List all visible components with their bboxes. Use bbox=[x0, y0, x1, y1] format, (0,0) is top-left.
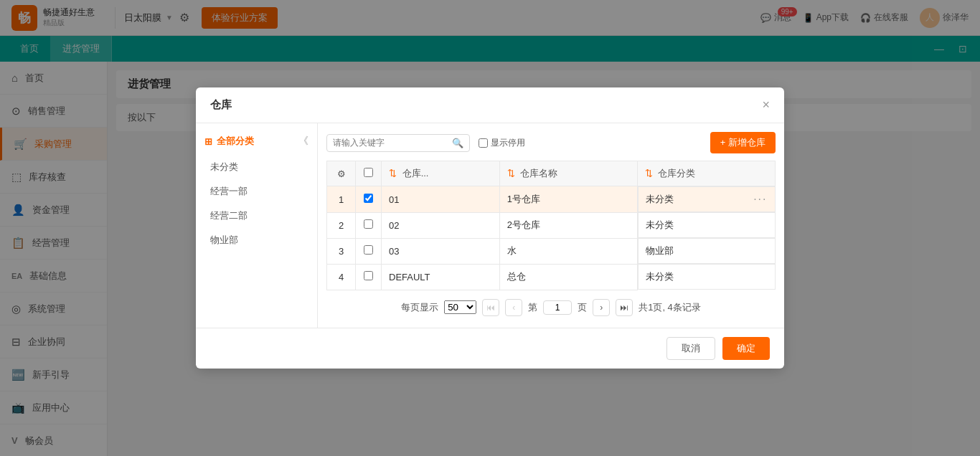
page-input[interactable] bbox=[543, 300, 572, 315]
modal-title: 仓库 bbox=[210, 98, 232, 112]
td-name: 水 bbox=[499, 238, 637, 264]
category-item-0[interactable]: 未分类 bbox=[196, 155, 317, 179]
per-page-label: 每页显示 bbox=[401, 301, 438, 314]
td-index: 2 bbox=[327, 212, 356, 238]
select-all-checkbox[interactable] bbox=[364, 168, 373, 177]
td-checkbox[interactable] bbox=[356, 264, 382, 290]
table-row[interactable]: 4 DEFAULT 总仓 未分类 bbox=[327, 264, 776, 290]
th-checkbox bbox=[356, 161, 382, 186]
search-box: 🔍 bbox=[326, 134, 470, 152]
search-input[interactable] bbox=[333, 138, 452, 148]
grid-icon: ⊞ bbox=[204, 136, 212, 147]
page-summary: 共1页, 4条记录 bbox=[639, 301, 701, 314]
td-name: 总仓 bbox=[499, 264, 637, 290]
last-page-button[interactable]: ⏭ bbox=[616, 299, 633, 316]
search-icon: 🔍 bbox=[452, 138, 463, 148]
th-settings: ⚙ bbox=[327, 161, 356, 186]
category-item-3[interactable]: 物业部 bbox=[196, 228, 317, 252]
confirm-button[interactable]: 确定 bbox=[722, 337, 770, 360]
cancel-button[interactable]: 取消 bbox=[666, 337, 715, 360]
first-page-button[interactable]: ⏮ bbox=[482, 299, 499, 316]
show-disabled-toggle[interactable]: 显示停用 bbox=[479, 137, 525, 149]
warehouse-modal: 仓库 × ⊞ 全部分类 《 未分类 经营一部 bbox=[196, 87, 784, 369]
sort-icon-cat: ⇅ bbox=[645, 168, 653, 179]
page-unit: 页 bbox=[578, 301, 587, 314]
modal-close-button[interactable]: × bbox=[762, 98, 770, 113]
show-disabled-checkbox[interactable] bbox=[479, 138, 488, 148]
table-row[interactable]: 2 02 2号仓库 未分类 bbox=[327, 212, 776, 238]
td-name: 2号仓库 bbox=[499, 212, 637, 238]
td-checkbox[interactable] bbox=[356, 238, 382, 264]
td-index: 1 bbox=[327, 186, 356, 213]
td-code: 01 bbox=[382, 186, 500, 213]
table-container: ⚙ ⇅ 仓库... ⇅ bbox=[326, 161, 776, 290]
category-sidebar: ⊞ 全部分类 《 未分类 经营一部 经营二部 物业部 bbox=[196, 123, 318, 328]
collapse-icon[interactable]: 《 bbox=[298, 135, 308, 148]
warehouse-table: ⚙ ⇅ 仓库... ⇅ bbox=[326, 161, 776, 290]
category-header: ⊞ 全部分类 《 bbox=[196, 130, 317, 152]
add-warehouse-button[interactable]: + 新增仓库 bbox=[710, 132, 776, 153]
td-category: 物业部 bbox=[638, 238, 776, 264]
prev-page-button[interactable]: ‹ bbox=[505, 299, 522, 316]
th-code: ⇅ 仓库... bbox=[382, 161, 500, 186]
td-category: 未分类 bbox=[638, 212, 776, 238]
td-code: 03 bbox=[382, 238, 500, 264]
td-checkbox[interactable] bbox=[356, 186, 382, 213]
modal-footer: 取消 确定 bbox=[196, 328, 784, 369]
td-category: 未分类 bbox=[638, 264, 776, 290]
sort-icon: ⇅ bbox=[389, 168, 397, 179]
page-label: 第 bbox=[528, 301, 537, 314]
table-row[interactable]: 3 03 水 物业部 bbox=[327, 238, 776, 264]
modal-header: 仓库 × bbox=[196, 87, 784, 123]
all-categories-item[interactable]: ⊞ 全部分类 bbox=[204, 135, 254, 148]
pagination: 每页显示 50 20 100 ⏮ ‹ 第 页 › ⏭ 共1页, 4条记录 bbox=[326, 290, 776, 319]
all-categories-label: 全部分类 bbox=[217, 135, 254, 148]
td-category: 未分类 ··· bbox=[638, 186, 776, 212]
sort-icon-name: ⇅ bbox=[507, 168, 515, 179]
td-code: 02 bbox=[382, 212, 500, 238]
category-item-2[interactable]: 经营二部 bbox=[196, 204, 317, 228]
modal-overlay: 仓库 × ⊞ 全部分类 《 未分类 经营一部 bbox=[0, 0, 980, 456]
modal-body: ⊞ 全部分类 《 未分类 经营一部 经营二部 物业部 bbox=[196, 123, 784, 328]
th-category: ⇅ 仓库分类 bbox=[637, 161, 775, 186]
th-name: ⇅ 仓库名称 bbox=[499, 161, 637, 186]
per-page-select[interactable]: 50 20 100 bbox=[444, 300, 476, 314]
table-area: 🔍 显示停用 + 新增仓库 bbox=[318, 123, 784, 328]
category-item-1[interactable]: 经营一部 bbox=[196, 179, 317, 204]
settings-icon: ⚙ bbox=[337, 168, 346, 179]
td-index: 3 bbox=[327, 238, 356, 264]
td-index: 4 bbox=[327, 264, 356, 290]
row-actions-icon[interactable]: ··· bbox=[753, 193, 767, 206]
next-page-button[interactable]: › bbox=[593, 299, 610, 316]
table-row[interactable]: 1 01 1号仓库 未分类 ··· bbox=[327, 186, 776, 213]
td-name: 1号仓库 bbox=[499, 186, 637, 213]
table-toolbar: 🔍 显示停用 + 新增仓库 bbox=[326, 132, 776, 153]
show-disabled-label: 显示停用 bbox=[491, 137, 525, 149]
td-checkbox[interactable] bbox=[356, 212, 382, 238]
td-code: DEFAULT bbox=[382, 264, 500, 290]
